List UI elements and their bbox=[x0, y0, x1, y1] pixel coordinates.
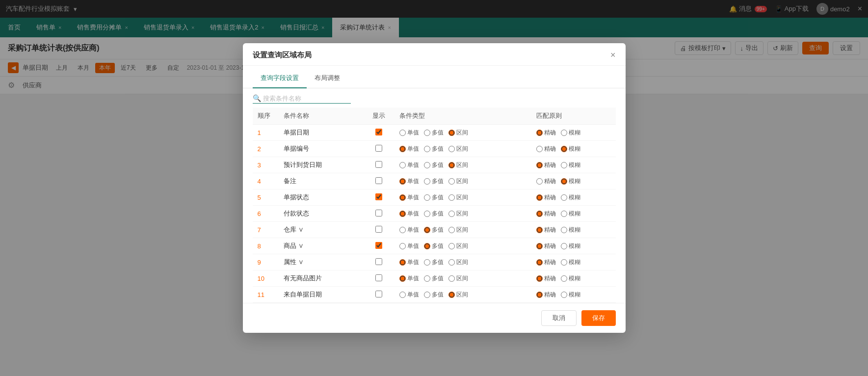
type-option-多值[interactable]: 多值 bbox=[424, 258, 444, 267]
type-option-单值[interactable]: 单值 bbox=[399, 193, 419, 202]
match-radio-精确[interactable] bbox=[536, 130, 543, 136]
match-radio-精确[interactable] bbox=[536, 243, 543, 249]
match-option-精确[interactable]: 精确 bbox=[536, 210, 556, 218]
type-radio-区间[interactable] bbox=[448, 243, 455, 249]
match-radio-精确[interactable] bbox=[536, 194, 543, 201]
match-option-精确[interactable]: 精确 bbox=[536, 226, 556, 234]
type-option-多值[interactable]: 多值 bbox=[424, 193, 444, 202]
type-option-单值[interactable]: 单值 bbox=[399, 291, 419, 299]
match-option-模糊[interactable]: 模糊 bbox=[561, 258, 580, 267]
type-radio-多值[interactable] bbox=[424, 211, 430, 217]
type-radio-单值[interactable] bbox=[399, 146, 406, 152]
type-radio-多值[interactable] bbox=[424, 275, 430, 282]
display-checkbox[interactable] bbox=[375, 210, 382, 216]
match-radio-模糊[interactable] bbox=[561, 146, 567, 152]
type-option-单值[interactable]: 单值 bbox=[399, 258, 419, 267]
cancel-button[interactable]: 取消 bbox=[541, 310, 577, 326]
match-option-模糊[interactable]: 模糊 bbox=[561, 274, 580, 283]
match-option-精确[interactable]: 精确 bbox=[536, 274, 556, 283]
type-option-多值[interactable]: 多值 bbox=[424, 129, 444, 137]
type-radio-区间[interactable] bbox=[448, 194, 455, 201]
match-option-精确[interactable]: 精确 bbox=[536, 145, 556, 153]
match-radio-模糊[interactable] bbox=[561, 194, 567, 201]
type-radio-多值[interactable] bbox=[424, 162, 430, 168]
type-option-区间[interactable]: 区间 bbox=[448, 258, 468, 267]
match-radio-精确[interactable] bbox=[536, 292, 543, 298]
type-option-单值[interactable]: 单值 bbox=[399, 177, 419, 186]
match-radio-模糊[interactable] bbox=[561, 275, 567, 282]
type-option-多值[interactable]: 多值 bbox=[424, 177, 444, 186]
type-option-单值[interactable]: 单值 bbox=[399, 161, 419, 169]
match-radio-模糊[interactable] bbox=[561, 259, 567, 266]
match-option-模糊[interactable]: 模糊 bbox=[561, 129, 580, 137]
match-option-精确[interactable]: 精确 bbox=[536, 258, 556, 267]
type-option-区间[interactable]: 区间 bbox=[448, 129, 468, 137]
type-option-区间[interactable]: 区间 bbox=[448, 226, 468, 234]
type-radio-区间[interactable] bbox=[448, 178, 455, 185]
type-radio-区间[interactable] bbox=[448, 162, 455, 168]
type-option-区间[interactable]: 区间 bbox=[448, 161, 468, 169]
type-radio-区间[interactable] bbox=[448, 211, 455, 217]
display-checkbox[interactable] bbox=[375, 258, 382, 265]
match-radio-模糊[interactable] bbox=[561, 243, 567, 249]
match-option-模糊[interactable]: 模糊 bbox=[561, 210, 580, 218]
type-option-多值[interactable]: 多值 bbox=[424, 161, 444, 169]
type-radio-多值[interactable] bbox=[424, 292, 430, 298]
match-radio-模糊[interactable] bbox=[561, 130, 567, 136]
tab-layout-adjust[interactable]: 布局调整 bbox=[307, 71, 348, 88]
type-option-区间[interactable]: 区间 bbox=[448, 177, 468, 186]
match-option-精确[interactable]: 精确 bbox=[536, 177, 556, 186]
type-radio-单值[interactable] bbox=[399, 162, 406, 168]
type-option-区间[interactable]: 区间 bbox=[448, 274, 468, 283]
display-checkbox[interactable] bbox=[375, 177, 382, 184]
match-radio-精确[interactable] bbox=[536, 211, 543, 217]
match-radio-精确[interactable] bbox=[536, 162, 543, 168]
type-option-单值[interactable]: 单值 bbox=[399, 226, 419, 234]
match-option-模糊[interactable]: 模糊 bbox=[561, 291, 580, 299]
type-radio-区间[interactable] bbox=[448, 227, 455, 233]
type-option-区间[interactable]: 区间 bbox=[448, 242, 468, 250]
match-radio-模糊[interactable] bbox=[561, 227, 567, 233]
type-radio-区间[interactable] bbox=[448, 130, 455, 136]
type-option-多值[interactable]: 多值 bbox=[424, 145, 444, 153]
match-option-精确[interactable]: 精确 bbox=[536, 129, 556, 137]
type-option-多值[interactable]: 多值 bbox=[424, 274, 444, 283]
match-option-模糊[interactable]: 模糊 bbox=[561, 145, 580, 153]
type-radio-多值[interactable] bbox=[424, 130, 430, 136]
match-option-精确[interactable]: 精确 bbox=[536, 291, 556, 299]
type-option-单值[interactable]: 单值 bbox=[399, 129, 419, 137]
type-option-区间[interactable]: 区间 bbox=[448, 193, 468, 202]
match-option-模糊[interactable]: 模糊 bbox=[561, 161, 580, 169]
type-radio-多值[interactable] bbox=[424, 146, 430, 152]
match-radio-精确[interactable] bbox=[536, 227, 543, 233]
match-option-模糊[interactable]: 模糊 bbox=[561, 177, 580, 186]
type-radio-单值[interactable] bbox=[399, 275, 406, 282]
type-option-单值[interactable]: 单值 bbox=[399, 274, 419, 283]
match-radio-模糊[interactable] bbox=[561, 178, 567, 185]
type-radio-多值[interactable] bbox=[424, 259, 430, 266]
match-radio-精确[interactable] bbox=[536, 275, 543, 282]
match-option-精确[interactable]: 精确 bbox=[536, 193, 556, 202]
match-radio-精确[interactable] bbox=[536, 259, 543, 266]
type-option-区间[interactable]: 区间 bbox=[448, 145, 468, 153]
type-radio-多值[interactable] bbox=[424, 194, 430, 201]
type-option-单值[interactable]: 单值 bbox=[399, 145, 419, 153]
type-option-区间[interactable]: 区间 bbox=[448, 291, 468, 299]
match-option-精确[interactable]: 精确 bbox=[536, 242, 556, 250]
type-option-多值[interactable]: 多值 bbox=[424, 210, 444, 218]
match-option-模糊[interactable]: 模糊 bbox=[561, 226, 580, 234]
type-radio-区间[interactable] bbox=[448, 259, 455, 266]
match-option-模糊[interactable]: 模糊 bbox=[561, 193, 580, 202]
tab-query-fields[interactable]: 查询字段设置 bbox=[253, 71, 307, 88]
type-option-单值[interactable]: 单值 bbox=[399, 210, 419, 218]
type-radio-多值[interactable] bbox=[424, 243, 430, 249]
type-radio-多值[interactable] bbox=[424, 227, 430, 233]
type-option-多值[interactable]: 多值 bbox=[424, 226, 444, 234]
type-radio-单值[interactable] bbox=[399, 259, 406, 266]
modal-close-button[interactable]: × bbox=[610, 50, 616, 60]
type-radio-单值[interactable] bbox=[399, 227, 406, 233]
display-checkbox[interactable] bbox=[375, 242, 382, 249]
match-radio-模糊[interactable] bbox=[561, 162, 567, 168]
type-radio-单值[interactable] bbox=[399, 130, 406, 136]
type-option-多值[interactable]: 多值 bbox=[424, 291, 444, 299]
